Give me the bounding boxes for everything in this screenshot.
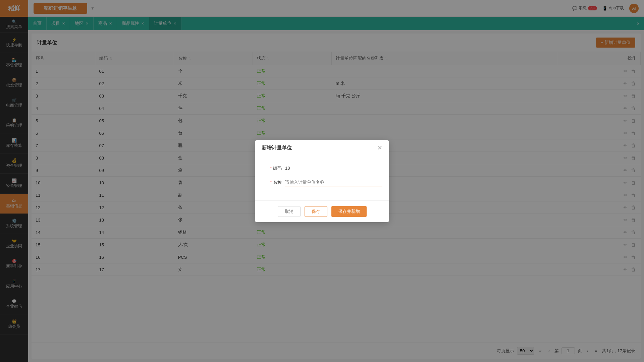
code-label: 编码	[262, 165, 282, 171]
modal-body: 编码 名称	[255, 156, 389, 200]
name-input[interactable]	[285, 178, 382, 186]
modal-close-button[interactable]: ✕	[377, 145, 382, 151]
form-row-code: 编码	[262, 164, 382, 172]
save-button[interactable]: 保存	[305, 206, 327, 217]
form-row-name: 名称	[262, 178, 382, 186]
modal-title: 新增计量单位	[262, 145, 292, 151]
modal-header: 新增计量单位 ✕	[255, 140, 389, 156]
name-label: 名称	[262, 179, 282, 185]
modal-overlay: 新增计量单位 ✕ 编码 名称 取消 保存 保存并新增	[0, 0, 644, 362]
modal-footer: 取消 保存 保存并新增	[255, 200, 389, 222]
add-measure-unit-modal: 新增计量单位 ✕ 编码 名称 取消 保存 保存并新增	[255, 140, 389, 222]
cancel-button[interactable]: 取消	[278, 206, 301, 217]
code-input[interactable]	[285, 164, 382, 172]
save-and-new-button[interactable]: 保存并新增	[331, 206, 367, 217]
